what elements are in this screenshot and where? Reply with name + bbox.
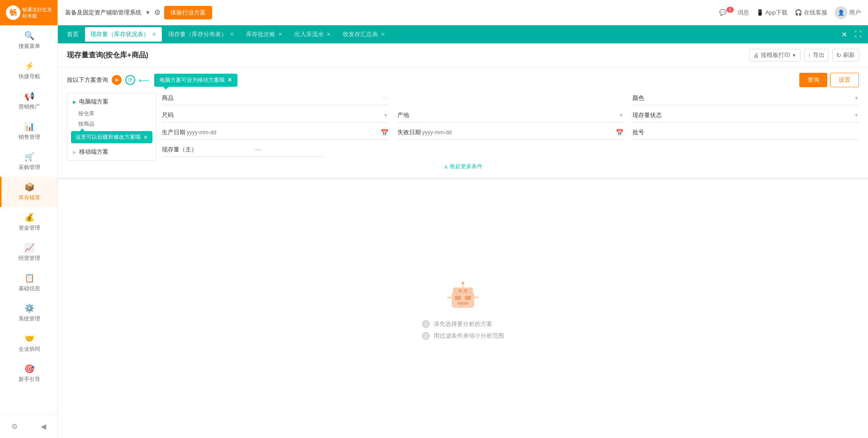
system-name: 装备及固定资产辅助管理系统 [65,9,142,17]
stock-status-dropdown-arrow[interactable]: ▼ [854,113,859,118]
user-item[interactable]: 👤 用户 [835,6,861,19]
collapse-btn[interactable]: ∧ 收起更多条件 [444,163,482,170]
tab-batch-close[interactable]: ✕ [278,31,283,38]
headset-icon: 🎧 [795,9,802,16]
tab-summary[interactable]: 收发存汇总表 ✕ [337,27,391,42]
tab-inventory-status-close[interactable]: ✕ [152,31,156,38]
home-tab-label: 首页 [67,30,79,38]
stock-main-from-input[interactable] [197,146,251,153]
export-btn[interactable]: ↑ 导出 [804,49,829,61]
expiry-date-calendar-icon[interactable]: 📅 [616,129,623,136]
sidebar-item-cooperation[interactable]: 🤝 企业协同 [0,328,57,358]
production-date-calendar-icon[interactable]: 📅 [381,129,388,136]
trial-btn[interactable]: 体验行业方案 [164,6,212,19]
sidebar-item-management[interactable]: 📈 经营管理 [0,237,57,268]
empty-hint-1-text: 请先选择要分析的方案 [434,320,492,328]
empty-illustration [445,278,481,315]
system-dropdown[interactable]: ▼ [145,9,151,16]
scheme-sub-item[interactable]: 按仓库 [67,108,156,119]
filter-fields-area: 商品 ··· 颜色 ▼ 尺码 [162,93,859,161]
origin-label: 产地 [397,111,422,119]
sales-icon: 📊 [24,122,34,132]
collapse-sidebar-btn[interactable]: ◀ [39,420,48,433]
sidebar-item-inventory[interactable]: 📦 库存核算 [0,177,57,207]
scheme-item-mobile[interactable]: ▶ 移动端方案 [67,145,156,159]
color-dropdown-arrow[interactable]: ▼ [854,95,859,101]
query-btn[interactable]: 查询 [799,73,827,87]
tab-close-all[interactable]: ✕ [839,29,850,40]
production-date-input[interactable] [187,129,381,136]
tab-inventory-dist[interactable]: 现存量（库存分布表） ✕ [163,27,240,42]
message-icon: 💬 [719,9,726,16]
svg-rect-0 [452,292,474,308]
sidebar-item-purchase[interactable]: 🛒 采购管理 [0,146,57,177]
sidebar-item-basic[interactable]: 📋 基础信息 [0,268,57,298]
inventory-dist-label: 现存量（库存分布表） [168,30,227,38]
tab-inventory-dist-close[interactable]: ✕ [230,31,234,38]
tab-bar: 首页 现存量（库存状况表） ✕ 现存量（库存分布表） ✕ 库存批次账 ✕ 出入库… [58,25,868,43]
content: 现存量查询(按仓库+商品) 🖨 按模板打印 ▼ ↑ 导出 ↻ 刷新 [58,43,868,438]
sidebar-item-marketing[interactable]: 📢 营销推广 [0,86,57,116]
tab-inventory-status[interactable]: 现存量（库存状况表） ✕ [85,27,162,42]
sidebar-item-guide[interactable]: 🎯 新手引导 [0,358,57,389]
product-dots[interactable]: ··· [382,94,388,102]
sidebar-nav: 🔍 搜索菜单 ⚡ 快捷导航 📢 营销推广 📊 销售管理 🛒 采购管理 📦 库存核… [0,25,57,414]
filter-grid-row1: 商品 ··· 颜色 ▼ [162,93,859,105]
guide-icon: 🎯 [24,364,34,374]
online-service-label: 在线客服 [804,9,827,17]
product-label: 商品 [162,94,187,102]
search-icon: 🔍 [24,31,34,41]
field-product: 商品 ··· [162,93,388,105]
tab-maximize[interactable]: ⛶ [852,29,864,40]
tab-summary-close[interactable]: ✕ [381,31,385,38]
nav-icon: ⚡ [24,61,34,71]
marketing-icon: 📢 [24,91,34,101]
purchase-icon: 🛒 [24,152,34,162]
field-size: 尺码 ▼ [162,110,388,122]
tooltip-top-close[interactable]: ✕ [227,77,232,83]
finance-icon: 💰 [24,212,34,222]
filter-circle-btn[interactable]: ⟳ [125,75,135,85]
field-stock-status: 现存量状态 ▼ [632,110,859,122]
filter-arrow-btn[interactable]: ⟵ [139,75,149,85]
header-settings-icon[interactable]: ⚙ [154,8,160,17]
filter-add-btn[interactable]: + [112,75,122,85]
reset-btn[interactable]: 设置 [830,73,859,87]
empty-hint-2: 2 用过滤条件来缩小分析范围 [422,332,504,340]
query-buttons: 查询 设置 [799,73,859,87]
sidebar-item-search[interactable]: 🔍 搜索菜单 [0,25,57,56]
field-batch-no: 批号 [632,127,859,140]
size-label: 尺码 [162,111,187,119]
message-item[interactable]: 💬 6 消息 [719,9,749,17]
print-btn[interactable]: 🖨 按模板打印 ▼ [749,49,801,61]
field-expiry-date: 失效日期 📅 [397,127,624,140]
tab-batch[interactable]: 库存批次账 ✕ [241,27,288,42]
hint-circle-2: 2 [422,332,430,340]
online-service-item[interactable]: 🎧 在线客服 [795,9,827,17]
filter-label: 按以下方案查询 [67,76,108,84]
refresh-btn[interactable]: ↻ 刷新 [832,49,859,61]
sidebar-item-nav[interactable]: ⚡ 快捷导航 [0,56,57,86]
hint-circle-1: 1 [422,320,430,328]
origin-dropdown-arrow[interactable]: ▼ [618,113,623,118]
size-dropdown-arrow[interactable]: ▼ [383,113,388,118]
logo-text: 畅通道好生意 标准版 [22,6,52,19]
expiry-date-input[interactable] [422,129,616,136]
filter-header: 按以下方案查询 + ⟳ ⟵ 电脑方案可设为移动方案哦 ✕ 查询 设置 [67,73,859,87]
edit-tooltip: 这里可以创建和修改方案哦 ✕ [71,131,152,143]
edit-tooltip-close[interactable]: ✕ [143,134,148,141]
field-production-date: 生产日期 📅 [162,127,388,140]
scheme-item-pc[interactable]: ▶ 电脑端方案 [67,95,156,108]
scheme-sub-item2[interactable]: 按商品 [67,119,156,129]
tab-flow[interactable]: 出入库流水 ✕ [289,27,336,42]
expiry-date-label: 失效日期 [397,128,422,137]
tab-flow-close[interactable]: ✕ [326,31,331,38]
empty-hints: 1 请先选择要分析的方案 2 用过滤条件来缩小分析范围 [422,320,504,340]
sidebar-item-sales[interactable]: 📊 销售管理 [0,116,57,146]
stock-main-to-input[interactable] [264,146,319,153]
settings-bottom-btn[interactable]: ⚙ [9,420,19,433]
app-download-item[interactable]: 📱 App下载 [756,9,788,17]
sidebar-item-finance[interactable]: 💰 资金管理 [0,207,57,237]
sidebar-item-system[interactable]: ⚙️ 系统管理 [0,298,57,328]
tab-home[interactable]: 首页 [61,27,84,42]
